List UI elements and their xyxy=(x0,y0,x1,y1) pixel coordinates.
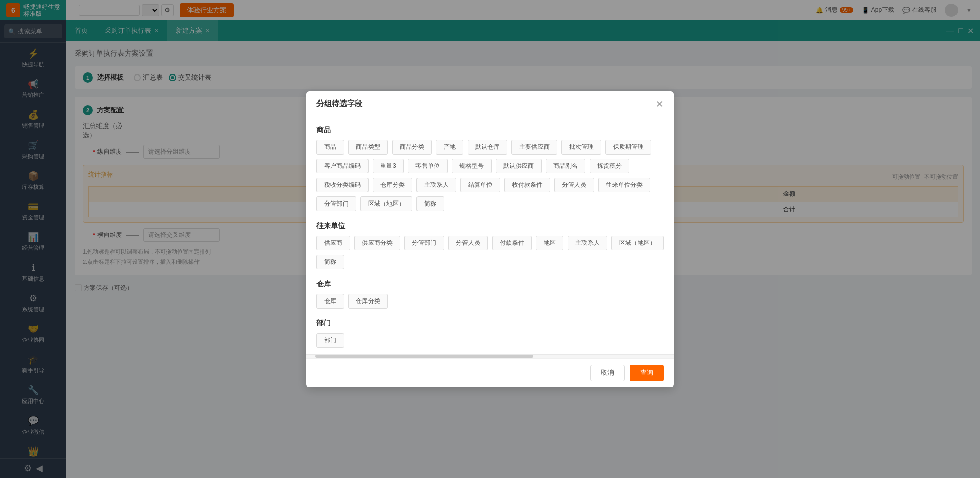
modal-overlay: 分组待选字段 ✕ 商品 商品 商品类型 商品分类 产地 默认仓库 主要供应商 批… xyxy=(0,0,980,478)
modal-body: 商品 商品 商品类型 商品分类 产地 默认仓库 主要供应商 批次管理 保质期管理… xyxy=(306,117,674,355)
field-tag[interactable]: 仓库分类 xyxy=(373,178,412,192)
modal-title: 分组待选字段 xyxy=(316,99,362,109)
modal-close-button[interactable]: ✕ xyxy=(656,98,664,110)
field-tag[interactable]: 保质期管理 xyxy=(605,140,651,155)
field-tag[interactable]: 税收分类编码 xyxy=(316,178,369,192)
category-product-title: 商品 xyxy=(316,125,664,135)
modal-header: 分组待选字段 ✕ xyxy=(306,91,674,117)
category-dept-title: 部门 xyxy=(316,319,664,328)
confirm-button[interactable]: 查询 xyxy=(630,365,664,381)
field-tag[interactable]: 主联系人 xyxy=(568,236,607,250)
field-tag[interactable]: 默认仓库 xyxy=(468,140,507,155)
field-tag[interactable]: 客户商品编码 xyxy=(316,159,369,173)
field-tag[interactable]: 商品别名 xyxy=(546,159,585,173)
category-warehouse: 仓库 仓库 仓库分类 xyxy=(316,280,664,309)
category-counterparty: 往来单位 供应商 供应商分类 分管部门 分管人员 付款条件 地区 主联系人 区域… xyxy=(316,221,664,269)
field-select-modal: 分组待选字段 ✕ 商品 商品 商品类型 商品分类 产地 默认仓库 主要供应商 批… xyxy=(306,91,674,387)
field-tag[interactable]: 往来单位分类 xyxy=(598,178,650,192)
field-tag[interactable]: 商品类型 xyxy=(348,140,388,155)
category-dept-tags: 部门 xyxy=(316,333,664,348)
field-tag[interactable]: 分管部门 xyxy=(316,196,356,211)
field-tag[interactable]: 付款条件 xyxy=(492,236,532,250)
category-dept: 部门 部门 xyxy=(316,319,664,348)
field-tag[interactable]: 分管人员 xyxy=(448,236,488,250)
category-counterparty-title: 往来单位 xyxy=(316,221,664,231)
field-tag[interactable]: 地区 xyxy=(536,236,564,250)
field-tag[interactable]: 批次管理 xyxy=(561,140,601,155)
field-tag[interactable]: 拣货积分 xyxy=(590,159,629,173)
modal-horizontal-scrollbar[interactable] xyxy=(306,354,674,358)
field-tag[interactable]: 区域（地区） xyxy=(611,236,664,250)
field-tag[interactable]: 简称 xyxy=(316,255,344,269)
field-tag[interactable]: 产地 xyxy=(436,140,463,155)
field-tag[interactable]: 主要供应商 xyxy=(511,140,557,155)
field-tag[interactable]: 仓库 xyxy=(316,294,344,309)
field-tag[interactable]: 默认供应商 xyxy=(496,159,542,173)
field-tag[interactable]: 商品分类 xyxy=(392,140,432,155)
field-tag[interactable]: 规格型号 xyxy=(452,159,492,173)
cancel-button[interactable]: 取消 xyxy=(590,365,625,381)
field-tag[interactable]: 供应商 xyxy=(316,236,350,250)
field-tag[interactable]: 商品 xyxy=(316,140,344,155)
category-product: 商品 商品 商品类型 商品分类 产地 默认仓库 主要供应商 批次管理 保质期管理… xyxy=(316,125,664,211)
field-tag[interactable]: 区域（地区） xyxy=(360,196,412,211)
field-tag[interactable]: 部门 xyxy=(316,333,344,348)
modal-footer: 取消 查询 xyxy=(306,358,674,387)
field-tag[interactable]: 简称 xyxy=(416,196,444,211)
field-tag[interactable]: 收付款条件 xyxy=(504,178,550,192)
field-tag[interactable]: 零售单位 xyxy=(408,159,448,173)
field-tag[interactable]: 分管部门 xyxy=(404,236,444,250)
field-tag[interactable]: 结算单位 xyxy=(460,178,500,192)
category-counterparty-tags: 供应商 供应商分类 分管部门 分管人员 付款条件 地区 主联系人 区域（地区） … xyxy=(316,236,664,269)
category-warehouse-tags: 仓库 仓库分类 xyxy=(316,294,664,309)
field-tag[interactable]: 仓库分类 xyxy=(348,294,388,309)
field-tag[interactable]: 供应商分类 xyxy=(354,236,400,250)
field-tag[interactable]: 主联系人 xyxy=(416,178,456,192)
category-warehouse-title: 仓库 xyxy=(316,280,664,289)
field-tag[interactable]: 重量3 xyxy=(373,159,404,173)
field-tag[interactable]: 分管人员 xyxy=(554,178,594,192)
category-product-tags: 商品 商品类型 商品分类 产地 默认仓库 主要供应商 批次管理 保质期管理 客户… xyxy=(316,140,664,211)
